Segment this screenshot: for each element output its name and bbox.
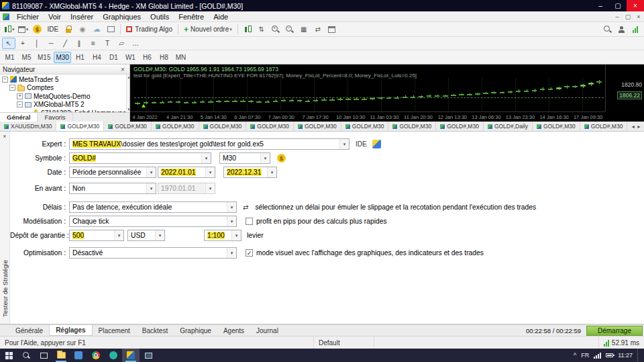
menu-item-Insérer[interactable]: Insérer — [66, 13, 98, 21]
timeframe-H8[interactable]: H8 — [156, 52, 172, 63]
task-view-button[interactable] — [35, 349, 52, 362]
zoom-in-button[interactable]: + — [269, 24, 282, 36]
vertical-line-tool[interactable]: │ — [30, 38, 44, 49]
menu-item-Outils[interactable]: Outils — [146, 13, 174, 21]
metaeditor-icon[interactable] — [372, 140, 381, 148]
chart-tab[interactable]: GOLD#,M30 — [436, 122, 484, 131]
chart-tab[interactable]: GOLD#,M30 — [246, 122, 294, 131]
clock[interactable]: 11:27 — [618, 352, 633, 359]
tab-scroll-left-icon[interactable]: ◄ — [631, 124, 635, 129]
scroll-down-icon[interactable]: ▼ — [127, 107, 129, 111]
taskbar-search-button[interactable] — [17, 349, 35, 362]
forward-select[interactable]: Non ▾ — [69, 183, 156, 194]
symbol-properties-icon[interactable]: $ — [277, 154, 286, 163]
chart-tab[interactable]: XAUUSDm,M30 — [0, 122, 56, 131]
maximize-button[interactable]: ▢ — [609, 0, 627, 11]
network-icon[interactable] — [594, 353, 601, 359]
collapse-icon[interactable]: − — [2, 77, 8, 83]
mdi-restore-button[interactable]: ▢ — [623, 13, 633, 20]
chrome-button[interactable] — [87, 349, 105, 362]
profiles-button[interactable]: ▾ — [17, 24, 30, 36]
chart-tab[interactable]: GOLD#,M30 — [104, 122, 152, 131]
cursor-tool[interactable]: ↖ — [2, 38, 15, 49]
chart-tab[interactable]: GOLD#,M30 — [341, 122, 389, 131]
deposit-select[interactable]: 500 ▾ — [69, 230, 124, 241]
tree-item[interactable]: +MetaQuotes-Demo — [0, 92, 126, 101]
tester-tab-Backtest[interactable]: Backtest — [136, 325, 174, 336]
chart-tab[interactable]: GOLD#,M30 — [152, 122, 199, 131]
chart-tab[interactable]: GOLD#,M30 — [388, 122, 436, 131]
taskbar-app-teal[interactable] — [105, 349, 122, 362]
close-button[interactable]: × — [627, 0, 644, 11]
chart-type-button[interactable]: ▾ — [2, 24, 16, 36]
tester-tab-Graphique[interactable]: Graphique — [174, 325, 217, 336]
zoom-out-button[interactable]: − — [283, 24, 297, 36]
timeframe-M1[interactable]: M1 — [2, 52, 17, 63]
indicators-button[interactable] — [325, 24, 339, 36]
timeframe-H4[interactable]: H4 — [89, 52, 105, 63]
horizontal-line-tool[interactable]: ─ — [44, 38, 58, 49]
menu-item-Fichier[interactable]: Fichier — [12, 13, 44, 21]
chart-tab[interactable]: GOLD#,Daily — [484, 122, 533, 131]
mdi-minimize-button[interactable]: – — [612, 13, 623, 20]
tree-item[interactable]: −XMGlobal-MT5 2 — [0, 101, 126, 109]
modelling-select[interactable]: Chaque tick ▾ — [69, 216, 237, 227]
autoscroll-button[interactable]: ⇅ — [255, 24, 268, 36]
start-button-windows[interactable] — [0, 349, 17, 362]
trading-algo-button[interactable]: Trading Algo — [123, 24, 175, 36]
timeframe-MN[interactable]: MN — [173, 52, 189, 63]
delay-settings-button[interactable]: ⇄ — [240, 202, 251, 213]
tree-item[interactable]: −Comptes — [0, 84, 126, 93]
minimize-button[interactable]: – — [592, 0, 609, 11]
bar-chart-mode-button[interactable] — [241, 24, 254, 36]
timeframe-M5[interactable]: M5 — [19, 52, 34, 63]
collapse-icon[interactable]: − — [9, 85, 15, 91]
timeframe-H1[interactable]: H1 — [72, 52, 88, 63]
menu-item-Fenêtre[interactable]: Fenêtre — [174, 13, 209, 21]
chart-window[interactable]: GOLD#,M30: GOLD 1965.96 1.91 1964.73 196… — [130, 64, 644, 122]
more-tools-button[interactable]: … — [129, 38, 142, 49]
ide-toolbar-button[interactable]: IDE — [45, 24, 62, 36]
algo-trading-button[interactable]: $ — [31, 24, 44, 36]
timeframe-W1[interactable]: W1 — [123, 52, 138, 63]
visual-mode-checkbox[interactable]: ✓ — [246, 249, 253, 257]
shift-chart-button[interactable]: ⇄ — [311, 24, 325, 36]
date-to-field[interactable]: 2022.12.31 ▾ — [223, 167, 277, 178]
tree-item[interactable]: −MetaTrader 5 — [0, 75, 126, 84]
timeframe-D1[interactable]: D1 — [106, 52, 121, 63]
taskbar-app-extra[interactable] — [140, 349, 157, 362]
market-watch-button[interactable] — [104, 24, 117, 36]
navigator-close-button[interactable]: × — [119, 66, 127, 73]
shapes-tool[interactable]: ▱ — [115, 38, 128, 49]
tab-scroll-right-icon[interactable]: ► — [637, 124, 641, 129]
lock-button[interactable] — [62, 24, 75, 36]
chart-tab[interactable]: GOLD#,M30 — [580, 122, 628, 131]
trendline-tool[interactable]: ╱ — [58, 38, 72, 49]
menu-item-Aide[interactable]: Aide — [209, 13, 233, 21]
currency-select[interactable]: USD ▾ — [127, 230, 165, 241]
leverage-select[interactable]: 1:100 ▾ — [204, 230, 241, 241]
tester-tab-Générale[interactable]: Générale — [9, 325, 49, 336]
status-profile[interactable]: Default — [314, 336, 374, 349]
delay-select[interactable]: Pas de latence, exécution idéale ▾ — [69, 201, 237, 213]
hidden-icons-chevron[interactable]: ^ — [574, 352, 576, 359]
navigator-tab-Favoris[interactable]: Favoris — [38, 113, 72, 122]
search-button[interactable] — [600, 24, 614, 36]
text-tool[interactable]: T — [101, 38, 114, 49]
crosshair-tool[interactable]: + — [16, 38, 30, 49]
chart-tab[interactable]: GOLD#,M30 — [533, 122, 580, 131]
profit-in-pips-checkbox[interactable] — [246, 218, 253, 225]
scroll-up-icon[interactable]: ▲ — [127, 75, 129, 79]
period-select[interactable]: M30 ▾ — [219, 152, 270, 164]
tester-tab-Placement[interactable]: Placement — [93, 325, 136, 336]
new-order-button[interactable]: +Nouvel ordre▾ — [181, 24, 235, 36]
expert-select[interactable]: MES TRAVAUX\dossier des testes\projet go… — [69, 138, 350, 150]
account-button[interactable] — [614, 24, 628, 36]
tester-close-button[interactable]: × — [3, 133, 6, 140]
chart-tab[interactable]: GOLD#,M30 — [56, 122, 104, 131]
navigator-scrollbar[interactable]: ▲ ▼ — [126, 75, 129, 112]
chart-tab[interactable]: GOLD#,M30 — [294, 122, 341, 131]
menu-item-Graphiques[interactable]: Graphiques — [98, 13, 146, 21]
tile-windows-button[interactable]: ▦ — [297, 24, 311, 36]
date-mode-select[interactable]: Période personnalisée ▾ — [69, 167, 156, 178]
